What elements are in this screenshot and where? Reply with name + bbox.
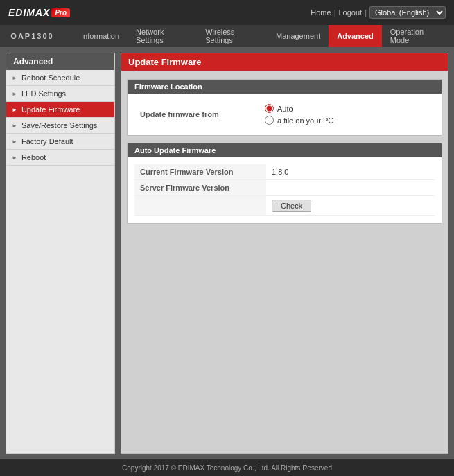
radio-pc-input[interactable] [265,116,274,125]
arrow-icon: ► [12,155,17,161]
nav-tabs: Information Network Settings Wireless Se… [73,25,448,47]
radio-group: Auto a file on your PC [265,104,429,125]
footer-text: Copyright 2017 © EDIMAX Technology Co., … [122,464,332,472]
sidebar-header: Advanced [6,53,114,70]
logo-text: EDIMAX [8,7,50,18]
radio-auto-input[interactable] [265,104,274,113]
sidebar-label-reboot-schedule: Reboot Schedule [21,73,80,82]
auto-update-section: Auto Update Firmware Current Firmware Ve… [127,143,442,224]
content-area: Update Firmware Firmware Location Update… [121,53,448,454]
sidebar-item-save-restore[interactable]: ►Save/Restore Settings [6,118,114,134]
current-firmware-row: Current Firmware Version 1.8.0 [134,164,435,180]
arrow-icon: ► [12,107,17,113]
sep2: | [365,8,367,17]
radio-auto[interactable]: Auto [265,104,429,113]
arrow-icon: ► [12,91,17,97]
home-link[interactable]: Home [311,8,331,17]
firmware-location-header: Firmware Location [128,80,442,94]
sidebar-label-update-firmware: Update Firmware [21,105,80,114]
logout-link[interactable]: Logout [338,8,362,17]
sidebar-item-factory-default[interactable]: ►Factory Default [6,134,114,150]
check-button-row: Check [134,196,435,216]
language-select[interactable]: Global (English) [369,6,446,19]
server-firmware-row: Server Firmware Version [134,180,435,196]
check-button[interactable]: Check [272,200,311,212]
content-header: Update Firmware [121,53,448,71]
firmware-location-section: Firmware Location Update firmware from A… [127,79,442,136]
arrow-icon: ► [12,123,17,129]
content-inner: Firmware Location Update firmware from A… [121,76,448,233]
check-button-cell-empty [134,196,266,216]
logo: EDIMAX Pro [8,7,70,18]
current-firmware-label: Current Firmware Version [134,164,266,180]
tab-network-settings[interactable]: Network Settings [128,25,197,47]
nav-bar: OAP1300 Information Network Settings Wir… [0,25,454,47]
sidebar-label-reboot: Reboot [21,153,46,161]
footer: Copyright 2017 © EDIMAX Technology Co., … [0,459,454,476]
tab-operation-mode[interactable]: Operation Mode [382,25,448,47]
sidebar-item-led-settings[interactable]: ►LED Settings [6,86,114,102]
sep1: | [334,8,336,17]
top-links: Home | Logout | Global (English) [311,6,446,19]
radio-pc[interactable]: a file on your PC [265,116,429,125]
sidebar-item-reboot[interactable]: ►Reboot [6,150,114,166]
current-firmware-value: 1.8.0 [266,164,435,180]
auto-update-body: Current Firmware Version 1.8.0 Server Fi… [128,157,442,223]
firmware-options-cell: Auto a file on your PC [259,100,435,128]
sidebar-label-factory-default: Factory Default [21,137,73,146]
logo-pro: Pro [51,8,70,17]
sidebar: Advanced ►Reboot Schedule ►LED Settings … [6,53,115,454]
main-layout: Advanced ►Reboot Schedule ►LED Settings … [0,47,454,459]
device-label: OAP1300 [6,32,59,40]
radio-pc-label: a file on your PC [277,116,333,125]
server-firmware-label: Server Firmware Version [134,180,266,196]
top-bar: EDIMAX Pro Home | Logout | Global (Engli… [0,0,454,25]
firmware-location-table: Update firmware from Auto a f [134,100,435,128]
sidebar-item-reboot-schedule[interactable]: ►Reboot Schedule [6,70,114,86]
tab-wireless-settings[interactable]: Wireless Settings [197,25,268,47]
tab-advanced[interactable]: Advanced [329,25,382,47]
check-button-cell: Check [266,196,435,216]
firmware-location-body: Update firmware from Auto a f [128,94,442,135]
sidebar-item-update-firmware[interactable]: ►Update Firmware [6,102,114,118]
tab-information[interactable]: Information [73,25,128,47]
arrow-icon: ► [12,139,17,145]
radio-auto-label: Auto [277,105,293,113]
sidebar-label-led-settings: LED Settings [21,89,66,98]
auto-update-header: Auto Update Firmware [128,143,442,157]
sidebar-label-save-restore: Save/Restore Settings [21,121,97,130]
auto-update-table: Current Firmware Version 1.8.0 Server Fi… [134,164,435,216]
arrow-icon: ► [12,75,17,81]
firmware-from-label: Update firmware from [134,100,259,128]
firmware-from-row: Update firmware from Auto a f [134,100,435,128]
tab-management[interactable]: Management [268,25,329,47]
server-firmware-value [266,180,435,196]
